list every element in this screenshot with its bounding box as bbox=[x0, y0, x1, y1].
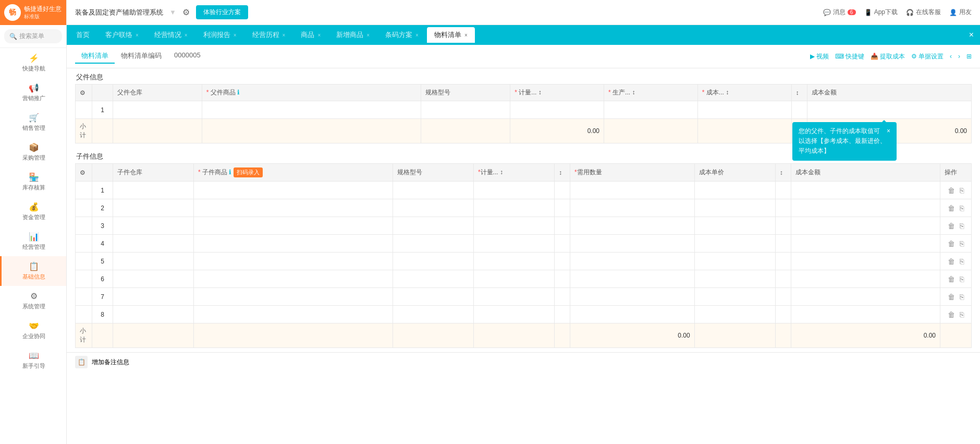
child-row-unit[interactable] bbox=[473, 217, 554, 235]
child-row-goods[interactable] bbox=[194, 270, 393, 288]
grid-view-button[interactable]: ⊞ bbox=[966, 53, 972, 60]
copy-row-button[interactable]: ⎘ bbox=[960, 222, 964, 230]
copy-row-button[interactable]: ⎘ bbox=[960, 186, 964, 195]
copy-row-button[interactable]: ⎘ bbox=[960, 310, 964, 319]
nav-prev-button[interactable]: ‹ bbox=[950, 53, 952, 60]
child-row-warehouse[interactable] bbox=[113, 270, 194, 288]
tab-close-bom[interactable]: × bbox=[464, 32, 468, 38]
child-row-goods[interactable] bbox=[194, 235, 393, 253]
child-row-quantity[interactable] bbox=[570, 217, 695, 235]
sidebar-item-marketing[interactable]: 📢 营销推广 bbox=[0, 78, 66, 107]
delete-row-button[interactable]: 🗑 bbox=[948, 293, 955, 301]
child-row-unit[interactable] bbox=[473, 182, 554, 199]
child-row-goods[interactable] bbox=[194, 288, 393, 306]
copy-row-button[interactable]: ⎘ bbox=[960, 257, 964, 266]
child-row-spec[interactable] bbox=[393, 235, 473, 253]
child-row-spec[interactable] bbox=[393, 288, 473, 306]
child-row-goods[interactable] bbox=[194, 199, 393, 217]
sidebar-item-finance[interactable]: 💰 资金管理 bbox=[0, 197, 66, 226]
parent-row-goods[interactable] bbox=[202, 101, 421, 119]
sidebar-item-basic-info[interactable]: 📋 基础信息 bbox=[0, 256, 66, 286]
delete-row-button[interactable]: 🗑 bbox=[948, 186, 955, 195]
child-row-unit[interactable] bbox=[473, 199, 554, 217]
extract-cost-action[interactable]: 📥 提取成本 bbox=[871, 52, 905, 61]
sidebar-item-inventory[interactable]: 🏪 库存核算 bbox=[0, 167, 66, 197]
copy-row-button[interactable]: ⎘ bbox=[960, 204, 964, 212]
parent-row-produce[interactable] bbox=[604, 101, 698, 119]
single-settings-action[interactable]: ⚙ 单据设置 bbox=[911, 52, 944, 61]
child-row-quantity[interactable] bbox=[570, 182, 695, 199]
child-row-quantity[interactable] bbox=[570, 235, 695, 253]
scan-input-button[interactable]: 扫码录入 bbox=[234, 167, 263, 177]
tab-new-goods[interactable]: 新增商品 × bbox=[329, 27, 377, 43]
sub-tab-bom-list[interactable]: 物料清单 bbox=[75, 49, 115, 64]
tab-operation[interactable]: 经营情况 × bbox=[147, 27, 195, 43]
child-row-warehouse[interactable] bbox=[113, 288, 194, 306]
user-menu-button[interactable]: 👤 用友 bbox=[949, 8, 972, 17]
add-note-button[interactable]: 📋 bbox=[75, 356, 88, 368]
child-row-spec[interactable] bbox=[393, 217, 473, 235]
child-row-unit[interactable] bbox=[473, 253, 554, 270]
tab-goods[interactable]: 商品 × bbox=[293, 27, 328, 43]
tab-close-new-goods[interactable]: × bbox=[366, 32, 370, 38]
tab-bom[interactable]: 物料清单 × bbox=[427, 27, 475, 43]
child-row-unit-cost[interactable] bbox=[694, 235, 775, 253]
sidebar-item-quick-nav[interactable]: ⚡ 快捷导航 bbox=[0, 48, 66, 78]
sidebar-item-operations[interactable]: 📊 经营管理 bbox=[0, 226, 66, 256]
parent-row-cost[interactable] bbox=[697, 101, 791, 119]
child-row-unit-cost[interactable] bbox=[694, 199, 775, 217]
child-row-goods[interactable] bbox=[194, 217, 393, 235]
tab-close-profit[interactable]: × bbox=[234, 32, 237, 38]
child-row-unit-cost[interactable] bbox=[694, 217, 775, 235]
delete-row-button[interactable]: 🗑 bbox=[948, 239, 955, 248]
delete-row-button[interactable]: 🗑 bbox=[948, 310, 955, 319]
tab-close-operation[interactable]: × bbox=[185, 32, 188, 38]
delete-row-button[interactable]: 🗑 bbox=[948, 204, 955, 212]
tab-profit[interactable]: 利润报告 × bbox=[196, 27, 244, 43]
child-row-unit[interactable] bbox=[473, 270, 554, 288]
child-row-unit-cost[interactable] bbox=[694, 270, 775, 288]
tab-barcode[interactable]: 条码方案 × bbox=[378, 27, 426, 43]
child-row-warehouse[interactable] bbox=[113, 253, 194, 270]
child-row-warehouse[interactable] bbox=[113, 217, 194, 235]
nav-next-button[interactable]: › bbox=[958, 53, 960, 60]
tab-close-barcode[interactable]: × bbox=[415, 32, 419, 38]
search-menu-button[interactable]: 🔍 搜索菜单 bbox=[4, 29, 62, 43]
parent-row-warehouse[interactable] bbox=[113, 101, 202, 119]
online-support-button[interactable]: 🎧 在线客服 bbox=[906, 8, 941, 17]
copy-row-button[interactable]: ⎘ bbox=[960, 293, 964, 301]
child-row-quantity[interactable] bbox=[570, 199, 695, 217]
copy-row-button[interactable]: ⎘ bbox=[960, 275, 964, 283]
child-row-quantity[interactable] bbox=[570, 288, 695, 306]
parent-row-unit[interactable] bbox=[510, 101, 604, 119]
child-row-spec[interactable] bbox=[393, 270, 473, 288]
view-action[interactable]: ▶ 视频 bbox=[810, 52, 829, 61]
child-row-spec[interactable] bbox=[393, 182, 473, 199]
close-all-tabs-button[interactable]: × bbox=[965, 30, 978, 40]
tab-customer[interactable]: 客户联络 × bbox=[98, 27, 146, 43]
experience-button[interactable]: 体验行业方案 bbox=[196, 5, 248, 19]
tab-history[interactable]: 经营历程 × bbox=[245, 27, 293, 43]
child-row-quantity[interactable] bbox=[570, 270, 695, 288]
child-row-unit-cost[interactable] bbox=[694, 253, 775, 270]
child-row-goods[interactable] bbox=[194, 182, 393, 199]
child-row-unit-cost[interactable] bbox=[694, 288, 775, 306]
child-row-quantity[interactable] bbox=[570, 306, 695, 323]
child-row-spec[interactable] bbox=[393, 253, 473, 270]
child-row-spec[interactable] bbox=[393, 306, 473, 323]
parent-col-settings[interactable]: ⚙ bbox=[76, 85, 92, 101]
sidebar-item-system[interactable]: ⚙ 系统管理 bbox=[0, 286, 66, 316]
delete-row-button[interactable]: 🗑 bbox=[948, 257, 955, 266]
tab-close-goods[interactable]: × bbox=[317, 32, 321, 38]
shortcut-action[interactable]: ⌨ 快捷键 bbox=[835, 52, 864, 61]
sidebar-item-guide[interactable]: 📖 新手引导 bbox=[0, 345, 66, 375]
child-row-goods[interactable] bbox=[194, 306, 393, 323]
copy-row-button[interactable]: ⎘ bbox=[960, 239, 964, 248]
child-row-warehouse[interactable] bbox=[113, 182, 194, 199]
child-col-settings[interactable]: ⚙ bbox=[76, 164, 92, 182]
child-row-spec[interactable] bbox=[393, 199, 473, 217]
child-row-unit[interactable] bbox=[473, 306, 554, 323]
sidebar-item-enterprise[interactable]: 🤝 企业协同 bbox=[0, 316, 66, 345]
child-row-warehouse[interactable] bbox=[113, 306, 194, 323]
child-row-unit-cost[interactable] bbox=[694, 306, 775, 323]
